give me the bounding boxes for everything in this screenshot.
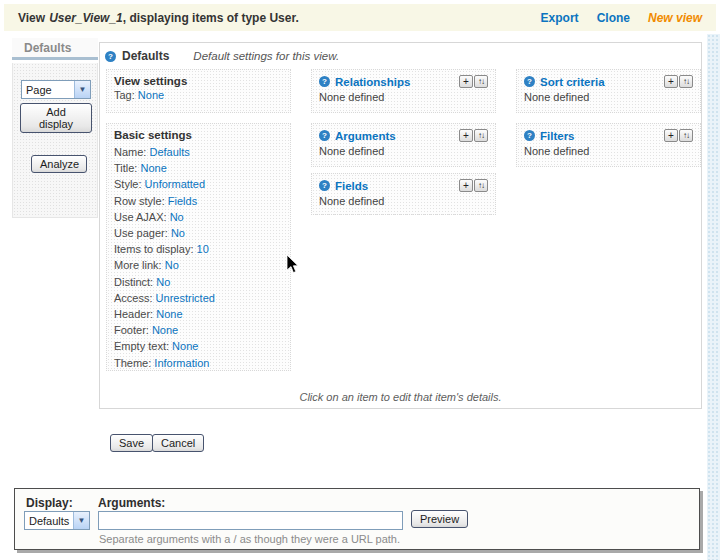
chevron-down-icon: ▼ bbox=[73, 512, 89, 529]
setting-value-link[interactable]: Fields bbox=[168, 195, 197, 207]
setting-value-link[interactable]: Unformatted bbox=[145, 178, 206, 190]
view-settings-title: View settings bbox=[114, 75, 187, 87]
setting-row-access: Access: Unrestricted bbox=[114, 290, 283, 306]
page-title: ViewUser_View_1, displaying items of typ… bbox=[18, 11, 299, 25]
fields-title-link[interactable]: Fields bbox=[335, 180, 368, 192]
tab-defaults-label: Defaults bbox=[24, 41, 71, 55]
panel-title: Defaults bbox=[122, 49, 169, 63]
setting-label: Empty text: bbox=[114, 340, 169, 352]
export-link[interactable]: Export bbox=[541, 11, 579, 25]
setting-label: Footer: bbox=[114, 324, 149, 336]
rearrange-button[interactable]: ↑↓ bbox=[679, 75, 693, 88]
sort-criteria-box: ? Sort criteria + ↑↓ None defined bbox=[516, 69, 701, 113]
preview-button[interactable]: Preview bbox=[411, 510, 468, 528]
rearrange-button[interactable]: ↑↓ bbox=[474, 179, 488, 192]
filters-status: None defined bbox=[524, 145, 693, 157]
setting-value-link[interactable]: No bbox=[165, 259, 179, 271]
setting-label: Use AJAX: bbox=[114, 211, 167, 223]
panel-subtitle: Default settings for this view. bbox=[193, 50, 339, 62]
setting-label: Tag: bbox=[114, 89, 135, 101]
edit-hint-note: Click on an item to edit that item's det… bbox=[100, 391, 701, 403]
preview-display-select-value: Defaults bbox=[25, 515, 73, 527]
setting-value-link[interactable]: None bbox=[152, 324, 178, 336]
setting-row-use-ajax: Use AJAX: No bbox=[114, 209, 283, 225]
page-header: ViewUser_View_1, displaying items of typ… bbox=[4, 4, 716, 31]
rearrange-button[interactable]: ↑↓ bbox=[474, 129, 488, 142]
rearrange-button[interactable]: ↑↓ bbox=[474, 75, 488, 88]
add-item-button[interactable]: + bbox=[459, 179, 473, 192]
setting-row-more-link: More link: No bbox=[114, 257, 283, 273]
analyze-button[interactable]: Analyze bbox=[31, 155, 87, 173]
basic-settings-box: Basic settings Name: Defaults Title: Non… bbox=[106, 123, 291, 371]
setting-value-link[interactable]: None bbox=[156, 308, 182, 320]
tab-defaults[interactable]: Defaults bbox=[12, 38, 98, 60]
setting-label: Row style: bbox=[114, 195, 165, 207]
cancel-button[interactable]: Cancel bbox=[152, 434, 204, 452]
help-icon[interactable]: ? bbox=[319, 130, 330, 141]
add-item-button[interactable]: + bbox=[459, 75, 473, 88]
setting-row-empty-text: Empty text: None bbox=[114, 338, 283, 354]
arguments-box: ? Arguments + ↑↓ None defined bbox=[311, 123, 496, 167]
setting-label: Distinct: bbox=[114, 276, 153, 288]
setting-value-link[interactable]: 10 bbox=[197, 243, 209, 255]
sort-criteria-title-link[interactable]: Sort criteria bbox=[540, 76, 605, 88]
setting-row-distinct: Distinct: No bbox=[114, 274, 283, 290]
setting-label: Access: bbox=[114, 292, 153, 304]
add-display-button[interactable]: Add display bbox=[20, 103, 92, 133]
setting-row-footer: Footer: None bbox=[114, 322, 283, 338]
setting-label: Name: bbox=[114, 146, 146, 158]
section-buttons: + ↑↓ bbox=[663, 75, 693, 88]
arguments-title-link[interactable]: Arguments bbox=[335, 130, 396, 142]
fields-header: ? Fields + ↑↓ bbox=[319, 179, 488, 192]
setting-value-link[interactable]: No bbox=[171, 227, 185, 239]
fields-status: None defined bbox=[319, 195, 488, 207]
help-icon[interactable]: ? bbox=[524, 130, 535, 141]
help-icon[interactable]: ? bbox=[319, 76, 330, 87]
setting-value-link[interactable]: No bbox=[156, 276, 170, 288]
setting-label: Title: bbox=[114, 162, 137, 174]
section-buttons: + ↑↓ bbox=[458, 179, 488, 192]
filters-box: ? Filters + ↑↓ None defined bbox=[516, 123, 701, 167]
setting-label: Items to display: bbox=[114, 243, 193, 255]
arguments-input[interactable] bbox=[98, 511, 403, 530]
view-edit-panel: ? Defaults Default settings for this vie… bbox=[99, 42, 702, 409]
setting-value-link[interactable]: Unrestricted bbox=[156, 292, 215, 304]
setting-value-link[interactable]: Defaults bbox=[149, 146, 189, 158]
setting-row-name: Name: Defaults bbox=[114, 144, 283, 160]
help-icon[interactable]: ? bbox=[105, 51, 116, 62]
setting-value-link[interactable]: No bbox=[170, 211, 184, 223]
display-type-select[interactable]: Page ▼ bbox=[21, 80, 91, 99]
setting-value-link[interactable]: None bbox=[138, 89, 164, 101]
add-item-button[interactable]: + bbox=[664, 75, 678, 88]
section-buttons: + ↑↓ bbox=[458, 129, 488, 142]
save-button[interactable]: Save bbox=[110, 434, 153, 452]
new-view-link[interactable]: New view bbox=[648, 11, 702, 25]
setting-row-title: Title: None bbox=[114, 160, 283, 176]
setting-label: More link: bbox=[114, 259, 162, 271]
page-edge-pattern bbox=[707, 34, 720, 560]
sort-criteria-header: ? Sort criteria + ↑↓ bbox=[524, 75, 693, 88]
setting-row-row-style: Row style: Fields bbox=[114, 193, 283, 209]
page-title-suffix: , displaying items of type User. bbox=[123, 11, 299, 25]
preview-display-select[interactable]: Defaults ▼ bbox=[24, 511, 90, 530]
setting-label: Style: bbox=[114, 178, 142, 190]
add-item-button[interactable]: + bbox=[459, 129, 473, 142]
relationships-title-link[interactable]: Relationships bbox=[335, 76, 410, 88]
help-icon[interactable]: ? bbox=[319, 180, 330, 191]
setting-value-link[interactable]: Information bbox=[154, 357, 209, 369]
setting-row-use-pager: Use pager: No bbox=[114, 225, 283, 241]
filters-header: ? Filters + ↑↓ bbox=[524, 129, 693, 142]
clone-link[interactable]: Clone bbox=[597, 11, 630, 25]
help-icon[interactable]: ? bbox=[524, 76, 535, 87]
relationships-box: ? Relationships + ↑↓ None defined bbox=[311, 69, 496, 113]
add-item-button[interactable]: + bbox=[664, 129, 678, 142]
setting-row-tag: Tag: None bbox=[114, 87, 283, 103]
rearrange-button[interactable]: ↑↓ bbox=[679, 129, 693, 142]
setting-value-link[interactable]: None bbox=[141, 162, 167, 174]
display-label: Display: bbox=[26, 496, 73, 510]
arguments-status: None defined bbox=[319, 145, 488, 157]
relationships-header: ? Relationships + ↑↓ bbox=[319, 75, 488, 88]
setting-value-link[interactable]: None bbox=[172, 340, 198, 352]
filters-title-link[interactable]: Filters bbox=[540, 130, 575, 142]
basic-settings-title: Basic settings bbox=[114, 129, 192, 141]
